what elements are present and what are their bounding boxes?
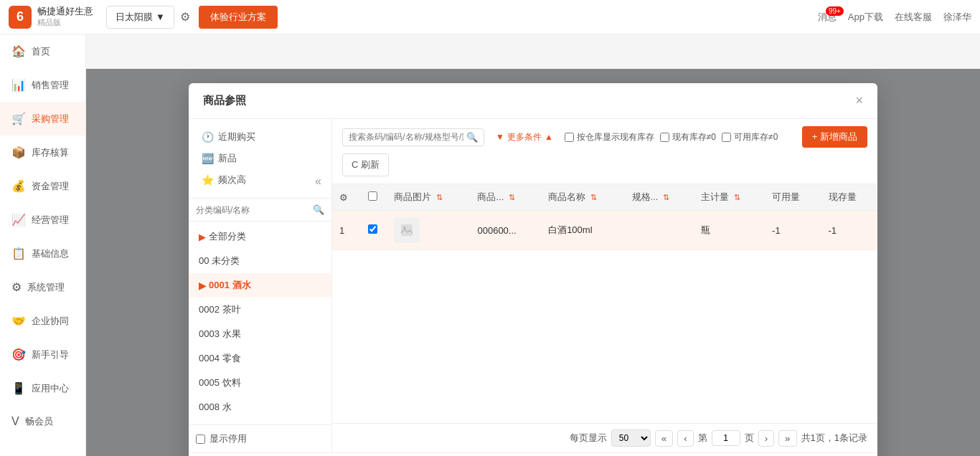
page-label: 第 bbox=[698, 432, 707, 445]
sidebar-item-basics[interactable]: 📋 基础信息 bbox=[0, 237, 85, 270]
left-panel-collapse-button[interactable]: « bbox=[312, 172, 324, 191]
last-page-button[interactable]: » bbox=[778, 430, 796, 447]
right-panel: 🔍 ▼ 更多条件 ▲ 按仓库显示现有库存 现有库存≠0 bbox=[332, 119, 877, 452]
brand-sub: 精品版 bbox=[37, 17, 93, 28]
sort-icon: ⇅ bbox=[436, 193, 443, 201]
recent-icon: 🕐 bbox=[202, 131, 214, 143]
left-panel: 🕐 近期购买 🆕 新品 ⭐ 频次高 bbox=[189, 119, 332, 452]
left-panel-bottom: 显示停用 bbox=[189, 424, 331, 452]
cell-available: -1 bbox=[765, 211, 821, 250]
col-spec[interactable]: 规格... ⇅ bbox=[625, 184, 694, 211]
dialog-footer: ❓ 🛒 连续选择的商品 0 ▲ 取消 确定 bbox=[189, 452, 877, 456]
page-input[interactable] bbox=[712, 430, 740, 446]
per-page-select[interactable]: 50 10 20 100 bbox=[611, 429, 651, 447]
sort-icon: ⇅ bbox=[590, 193, 597, 201]
next-page-button[interactable]: › bbox=[758, 430, 774, 447]
sidebar-item-label: 首页 bbox=[32, 45, 50, 58]
col-stock: 现存量 bbox=[821, 184, 877, 211]
product-table-container: ⚙ 商品图片 ⇅ 商品... ⇅ 商品名称 ⇅ bbox=[332, 184, 877, 423]
current-stock-checkbox-group[interactable]: 现有库存≠0 bbox=[660, 131, 716, 143]
category-all[interactable]: ▶ 全部分类 bbox=[189, 224, 331, 249]
col-unit[interactable]: 主计量 ⇅ bbox=[694, 184, 765, 211]
message-button[interactable]: 消息 99+ bbox=[818, 11, 837, 24]
show-disabled-checkbox[interactable] bbox=[196, 434, 205, 444]
dialog-close-button[interactable]: × bbox=[855, 93, 863, 108]
col-available: 可用量 bbox=[765, 184, 821, 211]
arrow-icon: ▶ bbox=[199, 232, 206, 242]
basics-icon: 📋 bbox=[11, 247, 26, 260]
page-suffix: 页 bbox=[745, 432, 754, 445]
product-search-input[interactable] bbox=[349, 132, 463, 142]
category-fruit[interactable]: 0003 水果 bbox=[189, 322, 331, 346]
app-download-button[interactable]: App下载 bbox=[848, 11, 883, 24]
logo-icon: 6 bbox=[9, 6, 32, 29]
sidebar-item-operations[interactable]: 📈 经营管理 bbox=[0, 203, 85, 237]
quick-frequent[interactable]: ⭐ 频次高 bbox=[196, 169, 261, 191]
experience-button[interactable]: 体验行业方案 bbox=[199, 6, 278, 29]
dialog-body: 🕐 近期购买 🆕 新品 ⭐ 频次高 bbox=[189, 119, 877, 452]
warehouse-stock-checkbox[interactable] bbox=[565, 133, 574, 142]
online-service-button[interactable]: 在线客服 bbox=[895, 11, 932, 24]
category-search: 🔍 bbox=[189, 199, 331, 222]
sidebar-item-finance[interactable]: 💰 资金管理 bbox=[0, 169, 85, 203]
add-product-button[interactable]: + 新增商品 bbox=[802, 126, 867, 148]
sort-icon: ⇅ bbox=[663, 193, 669, 201]
search-icon[interactable]: 🔍 bbox=[466, 132, 478, 143]
current-stock-checkbox[interactable] bbox=[660, 133, 669, 142]
sidebar-item-sales[interactable]: 📊 销售管理 bbox=[0, 68, 85, 102]
category-uncategorized[interactable]: 00 未分类 bbox=[189, 249, 331, 273]
sidebar-item-enterprise[interactable]: 🤝 企业协同 bbox=[0, 304, 85, 338]
sidebar-item-member[interactable]: V 畅会员 bbox=[0, 405, 85, 438]
star-icon: ⭐ bbox=[202, 174, 214, 186]
category-tea[interactable]: 0002 茶叶 bbox=[189, 298, 331, 322]
cell-unit: 瓶 bbox=[694, 211, 765, 250]
sidebar-item-home[interactable]: 🏠 首页 bbox=[0, 34, 85, 68]
sidebar-item-guide[interactable]: 🎯 新手引导 bbox=[0, 338, 85, 371]
col-code[interactable]: 商品... ⇅ bbox=[470, 184, 541, 211]
sidebar-item-label: 应用中心 bbox=[32, 382, 69, 395]
col-name[interactable]: 商品名称 ⇅ bbox=[541, 184, 624, 211]
category-beverage[interactable]: 0005 饮料 bbox=[189, 371, 331, 395]
quick-recent-purchase[interactable]: 🕐 近期购买 bbox=[196, 126, 261, 148]
category-appliance[interactable]: 0010 家电 bbox=[189, 419, 331, 424]
col-checkbox[interactable] bbox=[361, 184, 387, 211]
sidebar-item-purchase[interactable]: 🛒 采购管理 bbox=[0, 102, 85, 136]
category-search-input[interactable] bbox=[196, 205, 308, 215]
warehouse-stock-checkbox-group[interactable]: 按仓库显示现有库存 bbox=[565, 131, 654, 143]
sidebar-item-apps[interactable]: 📱 应用中心 bbox=[0, 371, 85, 405]
gear-icon[interactable]: ⚙ bbox=[180, 10, 190, 24]
sidebar-item-system[interactable]: ⚙ 系统管理 bbox=[0, 270, 85, 304]
category-snack[interactable]: 0004 零食 bbox=[189, 346, 331, 371]
sales-icon: 📊 bbox=[11, 78, 26, 92]
product-thumbnail bbox=[394, 217, 420, 243]
dialog-header: 商品参照 × bbox=[189, 83, 877, 119]
cell-no: 1 bbox=[332, 211, 361, 250]
category-liquor[interactable]: ▶ 0001 酒水 bbox=[189, 273, 331, 298]
search-box: 🔍 bbox=[342, 128, 484, 146]
show-disabled-label[interactable]: 显示停用 bbox=[196, 432, 247, 445]
row-checkbox[interactable] bbox=[368, 224, 377, 234]
more-filter-button[interactable]: ▼ 更多条件 ▲ bbox=[490, 128, 559, 146]
quick-new-product[interactable]: 🆕 新品 bbox=[196, 148, 261, 169]
nav-dropdown[interactable]: 日太阳膜 ▼ bbox=[106, 6, 174, 29]
select-all-checkbox[interactable] bbox=[368, 191, 377, 201]
cell-checkbox[interactable] bbox=[361, 211, 387, 250]
category-list: ▶ 全部分类 00 未分类 ▶ 0001 酒水 0002 茶叶 0003 水果 bbox=[189, 222, 331, 424]
operations-icon: 📈 bbox=[11, 213, 26, 227]
brand-name: 畅捷通好生意 bbox=[37, 6, 93, 18]
user-avatar[interactable]: 徐泽华 bbox=[943, 11, 971, 24]
refresh-button[interactable]: C 刷新 bbox=[342, 153, 389, 176]
prev-page-button[interactable]: ‹ bbox=[677, 430, 693, 447]
category-water[interactable]: 0008 水 bbox=[189, 395, 331, 419]
table-row[interactable]: 1 bbox=[332, 211, 877, 250]
quick-access: 🕐 近期购买 🆕 新品 ⭐ 频次高 bbox=[189, 119, 331, 199]
available-stock-checkbox[interactable] bbox=[722, 133, 731, 142]
available-stock-checkbox-group[interactable]: 可用库存≠0 bbox=[722, 131, 778, 143]
sidebar-item-inventory[interactable]: 📦 库存核算 bbox=[0, 136, 85, 169]
top-nav: 6 畅捷通好生意 精品版 日太阳膜 ▼ ⚙ 体验行业方案 消息 99+ App下… bbox=[0, 0, 980, 34]
col-settings[interactable]: ⚙ bbox=[332, 184, 361, 211]
sort-icon: ⇅ bbox=[734, 193, 740, 201]
first-page-button[interactable]: « bbox=[655, 430, 673, 447]
pagination-bar: 每页显示 50 10 20 100 « ‹ 第 页 › » 共1页，1条记录 bbox=[332, 423, 877, 452]
search-icon[interactable]: 🔍 bbox=[313, 204, 324, 215]
